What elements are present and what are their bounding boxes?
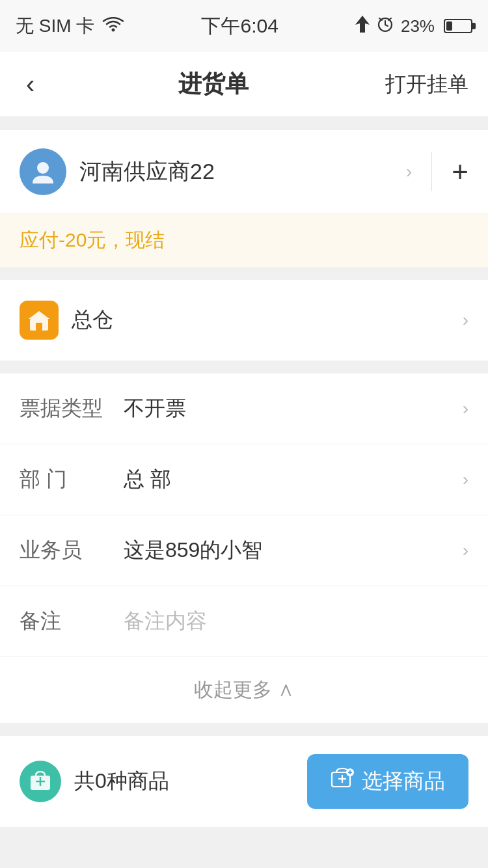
warehouse-chevron-icon: › xyxy=(463,310,468,331)
status-time: 下午6:04 xyxy=(201,13,278,40)
select-product-button[interactable]: 选择商品 xyxy=(307,754,468,809)
back-button[interactable]: ‹ xyxy=(20,63,41,105)
department-row[interactable]: 部 门 总 部 › xyxy=(0,444,488,515)
invoice-type-value: 不开票 xyxy=(124,394,463,423)
svg-point-0 xyxy=(112,28,115,31)
svg-line-3 xyxy=(385,25,388,26)
alarm-icon xyxy=(376,15,394,38)
product-count-wrap: 共0种商品 xyxy=(20,761,169,802)
gray-area xyxy=(0,827,488,868)
salesperson-value: 这是859的小智 xyxy=(124,536,463,565)
collapse-button[interactable]: 收起更多 ∧ xyxy=(0,657,488,723)
department-value: 总 部 xyxy=(124,465,463,494)
warehouse-section: 总仓 › xyxy=(0,280,488,360)
salesperson-row[interactable]: 业务员 这是859的小智 › xyxy=(0,515,488,586)
department-label: 部 门 xyxy=(20,465,124,494)
wifi-icon xyxy=(102,16,124,37)
nav-bar: ‹ 进货单 打开挂单 xyxy=(0,52,488,117)
open-pending-button[interactable]: 打开挂单 xyxy=(385,70,468,99)
status-right: 23% xyxy=(355,15,472,38)
status-left: 无 SIM 卡 xyxy=(16,14,124,38)
supplier-avatar xyxy=(20,148,66,195)
cart-icon xyxy=(331,767,354,796)
status-bar: 无 SIM 卡 下午6:04 23 xyxy=(0,0,488,52)
form-section: 票据类型 不开票 › 部 门 总 部 › 业务员 这是859的小智 › 备注 备… xyxy=(0,373,488,723)
supplier-chevron-icon: › xyxy=(406,161,412,182)
invoice-type-label: 票据类型 xyxy=(20,394,124,423)
department-chevron-icon: › xyxy=(463,469,468,490)
salesperson-label: 业务员 xyxy=(20,536,124,565)
battery-icon xyxy=(444,19,472,33)
content: 河南供应商22 › + 应付-20元，现结 总仓 › 票据类型 xyxy=(0,130,488,868)
invoice-type-row[interactable]: 票据类型 不开票 › xyxy=(0,373,488,444)
product-count-text: 共0种商品 xyxy=(74,767,169,796)
divider xyxy=(431,152,432,191)
product-icon xyxy=(20,761,61,802)
warehouse-icon xyxy=(20,301,59,340)
supplier-row[interactable]: 河南供应商22 › + xyxy=(0,130,488,214)
add-supplier-button[interactable]: + xyxy=(452,157,468,186)
invoice-type-chevron-icon: › xyxy=(463,398,468,419)
page-title: 进货单 xyxy=(178,68,249,100)
bottom-bar: 共0种商品 选择商品 xyxy=(0,736,488,827)
remark-row[interactable]: 备注 备注内容 xyxy=(0,586,488,657)
battery-percent: 23% xyxy=(401,16,435,36)
supplier-name: 河南供应商22 xyxy=(79,157,406,187)
select-product-label: 选择商品 xyxy=(362,767,445,796)
svg-rect-9 xyxy=(36,323,42,331)
remark-label: 备注 xyxy=(20,607,124,636)
warehouse-name: 总仓 xyxy=(72,306,463,334)
info-banner: 应付-20元，现结 xyxy=(0,214,488,267)
info-banner-text: 应付-20元，现结 xyxy=(20,229,165,251)
carrier-label: 无 SIM 卡 xyxy=(16,14,94,38)
svg-marker-8 xyxy=(29,311,49,319)
svg-point-6 xyxy=(37,162,49,174)
remark-input[interactable]: 备注内容 xyxy=(124,607,468,636)
warehouse-row[interactable]: 总仓 › xyxy=(0,280,488,360)
location-icon xyxy=(355,16,370,37)
salesperson-chevron-icon: › xyxy=(463,540,468,561)
supplier-section: 河南供应商22 › + 应付-20元，现结 xyxy=(0,130,488,267)
